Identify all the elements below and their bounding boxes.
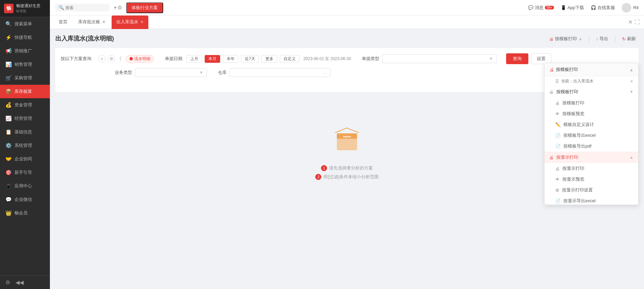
sidebar-item-system[interactable]: ⚙️ 系统管理 <box>0 139 50 152</box>
item-pdf-icon: 📄 <box>555 144 561 149</box>
date-filter-group: 单据日期 上月 本月 本年 近7天 更多 自定义 2023-06-01 至 20… <box>165 55 351 63</box>
tab-batch-account-close-icon[interactable]: ✕ <box>102 20 106 24</box>
filter-collapse-icon[interactable]: 《 <box>117 56 122 62</box>
export-button[interactable]: ↑ 导出 <box>593 34 611 43</box>
tag-circle-icon <box>129 57 133 60</box>
warehouse-select[interactable]: ... <box>229 68 330 77</box>
current-template-label: ☰ 当前：出入库流水 ▼ <box>545 76 638 86</box>
print-icon: 🖨 <box>549 36 554 42</box>
refresh-button[interactable]: ↻ 刷新 <box>619 34 639 43</box>
tab-close-all-icon[interactable]: ✕ <box>628 19 633 25</box>
tab-expand-icon[interactable]: ⛶ <box>635 19 640 25</box>
tab-home[interactable]: 首页 <box>54 16 72 29</box>
dropdown-title: 按模板打印 <box>556 67 578 73</box>
app-logo-icon: 畅 <box>4 4 13 13</box>
business-type-group: 业务类型 ▼ <box>115 68 207 77</box>
collapse-sidebar-icon[interactable]: ◀◀ <box>16 279 24 286</box>
empty-state-icon <box>330 123 364 157</box>
search-input[interactable] <box>65 5 106 10</box>
date-btn-more[interactable]: 更多 <box>262 55 277 63</box>
template-print-item[interactable]: 🖨 按模板打印 <box>545 98 638 108</box>
tab-batch-account[interactable]: 库存批次账 ✕ <box>74 16 110 29</box>
settings-icon[interactable]: ⚙ <box>117 4 122 11</box>
svg-rect-2 <box>343 136 351 137</box>
display-print-settings-item[interactable]: ⚙ 按显示打印设置 <box>545 185 638 195</box>
date-btn-last-month[interactable]: 上月 <box>186 55 202 63</box>
tabbar-right: ✕ ⛶ <box>628 19 640 25</box>
template-export-excel-item[interactable]: 📄 按模板导出excel <box>545 130 638 141</box>
display-export-excel-item[interactable]: 📄 按显示导出excel <box>545 195 638 205</box>
print-template-button[interactable]: 🖨 按模板打印 ▲ <box>547 34 585 43</box>
display-preview-item[interactable]: 👁 按显示预览 <box>545 174 638 185</box>
display-print-section-header[interactable]: 🖨 按显示打印 ▲ <box>545 152 638 163</box>
download-icon: 📱 <box>561 5 566 10</box>
date-btn-this-month[interactable]: 本月 <box>205 55 220 63</box>
sidebar-item-operations[interactable]: 📈 经营管理 <box>0 112 50 125</box>
sidebar-item-label: 系统管理 <box>14 142 32 149</box>
sidebar-item-sales[interactable]: 📊 销售管理 <box>0 58 50 71</box>
sidebar-logo: 畅 畅捷通好生意 标准版 <box>0 0 50 17</box>
settings-bottom-icon[interactable]: ⚙ <box>5 279 10 286</box>
print-dropdown-panel: 🖨 按模板打印 ▲ ☰ 当前：出入库流水 ▼ 🖨 按模板打印 <box>544 63 639 205</box>
query-button[interactable]: 查询 <box>506 53 528 64</box>
template-export-pdf-item[interactable]: 📄 按模板导出pdf <box>545 141 638 152</box>
voucher-type-label: 单据类型 <box>362 56 379 62</box>
print-template-label: 按模板打印 <box>555 36 577 42</box>
clipboard-icon: 📋 <box>5 129 12 135</box>
display-print-item[interactable]: 🖨 按显示打印 <box>545 163 638 174</box>
content-area: 出入库流水(流水明细) 🖨 按模板打印 ▲ | ↑ 导出 | ↻ 刷新 按以下方 <box>50 29 644 289</box>
filter-add-button[interactable]: + <box>98 55 106 62</box>
sidebar-item-app-center[interactable]: 📱 应用中心 <box>0 179 50 193</box>
flow-detail-tag[interactable]: 流水明细 <box>126 55 154 63</box>
date-btn-custom[interactable]: 自定义 <box>280 55 299 63</box>
template-preview-item[interactable]: 👁 按模板预览 <box>545 108 638 119</box>
date-btn-this-year[interactable]: 本年 <box>223 55 238 63</box>
handshake-icon: 🤝 <box>5 156 12 162</box>
message-button[interactable]: 💬 消息 99+ <box>528 5 554 11</box>
topbar: 🔍 ▼ ⚙ 体验行业方案 💬 消息 99+ 📱 App下载 🎧 在线客服 Rit <box>50 0 644 16</box>
dropdown-collapse-icon[interactable]: ▲ <box>629 67 634 72</box>
date-btn-7days[interactable]: 近7天 <box>241 55 259 63</box>
user-area: Rit <box>622 3 639 12</box>
dropdown-header: 🖨 按模板打印 ▲ <box>545 63 638 76</box>
sidebar-item-finance[interactable]: 💰 资金管理 <box>0 98 50 112</box>
sidebar-item-basics[interactable]: 📋 基础信息 <box>0 125 50 139</box>
tip-number-2: 2 <box>315 174 321 180</box>
sidebar-item-search[interactable]: 🔍 搜索菜单 <box>0 17 50 31</box>
gear-icon: ⚙️ <box>5 142 12 149</box>
sidebar-item-membership[interactable]: 👑 畅会员 <box>0 206 50 220</box>
app-download-button[interactable]: 📱 App下载 <box>561 5 584 11</box>
sidebar-item-quick-nav[interactable]: ⚡ 快捷导航 <box>0 31 50 44</box>
sidebar-item-enterprise-wechat[interactable]: 💬 企业微信 <box>0 193 50 206</box>
tab-flow[interactable]: 出入库流水 ✕ <box>112 16 148 29</box>
template-print-section-header[interactable]: 🖨 按模板打印 ▼ <box>545 86 638 98</box>
sidebar-item-enterprise[interactable]: 🤝 企业协同 <box>0 152 50 166</box>
topbar-search-box[interactable]: 🔍 <box>55 4 109 11</box>
tab-batch-account-label: 库存批次账 <box>78 19 100 25</box>
display-excel-icon: 📄 <box>555 199 561 204</box>
filter-settings-button[interactable]: ⚙ <box>108 55 115 62</box>
voucher-type-select[interactable]: ▼ <box>382 54 497 63</box>
template-custom-item[interactable]: ✏️ 模板自定义设计 <box>545 119 638 130</box>
export-label: 导出 <box>599 36 608 42</box>
wechat-icon: 💬 <box>5 196 12 203</box>
business-type-select[interactable]: ▼ <box>135 68 207 77</box>
tab-flow-close-icon[interactable]: ✕ <box>140 20 144 24</box>
megaphone-icon: 📢 <box>5 48 12 54</box>
item-label: 按模板预览 <box>562 111 584 117</box>
avatar <box>622 3 631 12</box>
tip-number-1: 1 <box>321 165 327 171</box>
sidebar-item-purchase[interactable]: 🛒 采购管理 <box>0 71 50 85</box>
crown-icon: 👑 <box>5 210 12 216</box>
display-settings-icon: ⚙ <box>555 188 559 193</box>
sidebar-item-marketing[interactable]: 📢 营销推广 <box>0 44 50 58</box>
trial-button[interactable]: 体验行业方案 <box>126 2 163 13</box>
mobile-icon: 📱 <box>5 183 12 189</box>
sidebar-item-inventory[interactable]: 📦 库存核算 <box>0 85 50 98</box>
item-custom-icon: ✏️ <box>555 122 561 127</box>
customer-service-button[interactable]: 🎧 在线客服 <box>591 5 615 11</box>
warehouse-more-icon: ... <box>323 70 327 75</box>
print-header-icon: 🖨 <box>549 67 554 72</box>
sidebar-item-label: 经营管理 <box>14 115 32 122</box>
sidebar-item-guide[interactable]: 🎯 新手引导 <box>0 166 50 179</box>
